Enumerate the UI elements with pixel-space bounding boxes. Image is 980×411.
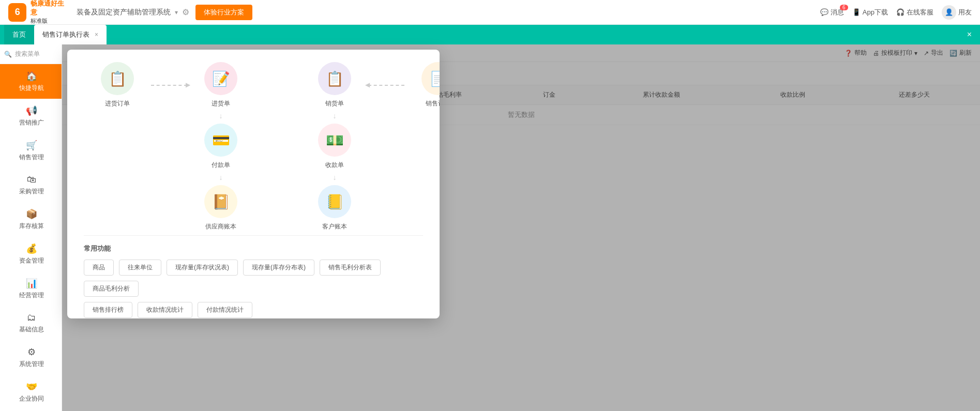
customer-ledger-label: 客户账本	[322, 222, 347, 231]
receipt-bill-label: 收款单	[325, 161, 344, 170]
popup-overlay: 📋 进货订单 ▶ 📝 进货单	[62, 44, 980, 411]
flow-node-customer-ledger[interactable]: 📒 客户账本	[318, 185, 351, 231]
purchase-bill-label: 进货单	[212, 99, 230, 108]
sidebar-item-marketing[interactable]: 📢 营销推广	[0, 99, 62, 133]
trial-button[interactable]: 体验行业方案	[195, 5, 252, 20]
message-icon: 💬	[820, 8, 828, 16]
arrow-sale-order-to-bill: ◀	[368, 85, 404, 86]
gear-icon[interactable]: ⚙	[182, 7, 189, 17]
system-dropdown-icon[interactable]: ▾	[175, 9, 178, 16]
logo-icon: 6	[8, 3, 26, 22]
sale-bill-circle: 📋	[318, 62, 351, 95]
sale-bill-label: 销货单	[325, 99, 344, 108]
supplier-ledger-label: 供应商账本	[205, 222, 236, 231]
logo-text: 畅康通好生意 标准版	[31, 0, 70, 25]
sidebar-item-sales[interactable]: 🛒 销售管理	[0, 133, 62, 168]
flow-node-supplier-ledger[interactable]: 📔 供应商账本	[204, 185, 237, 231]
tab-sales-order-execution[interactable]: 销售订单执行表 ×	[34, 25, 107, 44]
common-functions: 常用功能 商品 往来单位 现存量(库存状况表) 现存量(库存分布表) 销售毛利分…	[84, 235, 423, 318]
sidebar-item-quick-nav[interactable]: 🏠 快捷导航	[0, 64, 62, 99]
sidebar-item-collab[interactable]: 🤝 企业协同	[0, 375, 62, 409]
sidebar-item-finance[interactable]: 💰 资金管理	[0, 237, 62, 271]
func-btn-goods-profit[interactable]: 商品毛利分析	[84, 281, 139, 297]
marketing-icon: 📢	[26, 105, 37, 116]
payment-bill-circle: 💳	[204, 124, 237, 157]
flow-node-purchase-order[interactable]: 📋 进货订单	[101, 62, 134, 108]
arrow-receipt-bill-down: ↓	[333, 173, 337, 181]
arrow-purchase-order-to-bill: ▶	[151, 85, 187, 86]
flow-node-payment-bill[interactable]: 💳 付款单	[204, 124, 237, 170]
main-layout: 🔍 搜索菜单 🏠 快捷导航 📢 营销推广 🛒 销售管理 🛍 采购管理 📦 库存核…	[0, 44, 980, 411]
nav-tabs: 首页 销售订单执行表 × ×	[0, 25, 980, 44]
arrow-purchase-bill-down: ↓	[219, 112, 223, 120]
flow-node-purchase-bill[interactable]: 📝 进货单	[204, 62, 237, 108]
flow-node-sale-bill[interactable]: 📋 销货单	[318, 62, 351, 108]
supplier-ledger-circle: 📔	[204, 185, 237, 218]
operations-icon: 📊	[26, 278, 37, 289]
common-title: 常用功能	[84, 244, 423, 253]
finance-icon: 💰	[26, 243, 37, 254]
sidebar-item-inventory[interactable]: 📦 库存核算	[0, 202, 62, 237]
func-btn-receipt-stats[interactable]: 收款情况统计	[138, 302, 192, 318]
close-all-tabs-button[interactable]: ×	[963, 30, 976, 39]
func-btn-partner[interactable]: 往来单位	[119, 260, 161, 276]
sidebar-item-basics[interactable]: 🗂 基础信息	[0, 306, 62, 340]
flow-popup: 📋 进货订单 ▶ 📝 进货单	[67, 50, 440, 318]
top-header: 6 畅康通好生意 标准版 装备及固定资产辅助管理系统 ▾ ⚙ 体验行业方案 💬 …	[0, 0, 980, 25]
system-title: 装备及固定资产辅助管理系统	[77, 8, 171, 17]
payment-bill-label: 付款单	[212, 161, 230, 170]
func-btn-goods[interactable]: 商品	[84, 260, 114, 276]
system-title-wrap: 装备及固定资产辅助管理系统 ▾ ⚙	[77, 7, 189, 17]
sale-order-circle: 📄	[421, 62, 440, 95]
download-icon: 📱	[852, 8, 861, 16]
func-btn-sales-profit[interactable]: 销售毛利分析表	[320, 260, 381, 276]
message-badge: 6	[840, 5, 848, 10]
flow-node-sale-order[interactable]: 📄 销售订单	[421, 62, 440, 108]
collab-icon: 🤝	[26, 381, 37, 392]
service-icon: 🎧	[896, 8, 904, 16]
arrow-sale-bill-down: ↓	[333, 112, 337, 120]
sidebar-item-operations[interactable]: 📊 经营管理	[0, 271, 62, 306]
inventory-icon: 📦	[26, 208, 37, 220]
sidebar-item-system[interactable]: ⚙ 系统管理	[0, 340, 62, 375]
func-row-1: 商品 往来单位 现存量(库存状况表) 现存量(库存分布表) 销售毛利分析表 商品…	[84, 260, 423, 297]
system-icon: ⚙	[27, 346, 36, 358]
func-row-2: 销售排行榜 收款情况统计 付款情况统计	[84, 302, 423, 318]
popup-inner: 📋 进货订单 ▶ 📝 进货单	[67, 50, 440, 318]
sidebar: 🔍 搜索菜单 🏠 快捷导航 📢 营销推广 🛒 销售管理 🛍 采购管理 📦 库存核…	[0, 44, 62, 411]
purchase-bill-circle: 📝	[204, 62, 237, 95]
search-icon: 🔍	[4, 51, 12, 58]
func-btn-stock-status[interactable]: 现存量(库存状况表)	[167, 260, 238, 276]
tab-home[interactable]: 首页	[4, 25, 34, 44]
header-right: 💬 消息 6 📱 App下载 🎧 在线客服 👤 用友	[820, 5, 972, 20]
app-download-button[interactable]: 📱 App下载	[852, 8, 888, 17]
online-service-button[interactable]: 🎧 在线客服	[896, 8, 933, 17]
message-button[interactable]: 💬 消息 6	[820, 8, 844, 17]
purchase-order-circle: 📋	[101, 62, 134, 95]
func-btn-payment-stats[interactable]: 付款情况统计	[198, 302, 252, 318]
purchase-order-label: 进货订单	[105, 99, 130, 108]
home-icon: 🏠	[26, 70, 37, 82]
customer-ledger-circle: 📒	[318, 185, 351, 218]
flow-node-receipt-bill[interactable]: 💵 收款单	[318, 124, 351, 170]
receipt-bill-circle: 💵	[318, 124, 351, 157]
user-menu[interactable]: 👤 用友	[942, 5, 972, 20]
arrow-payment-bill-down: ↓	[219, 173, 223, 181]
user-avatar: 👤	[942, 5, 956, 20]
basics-icon: 🗂	[27, 312, 36, 323]
sidebar-search[interactable]: 🔍 搜索菜单	[0, 44, 62, 64]
sales-icon: 🛒	[26, 140, 37, 151]
logo-area: 6 畅康通好生意 标准版	[8, 0, 70, 25]
purchase-icon: 🛍	[27, 174, 36, 185]
sale-order-label: 销售订单	[426, 99, 440, 108]
func-btn-sales-rank[interactable]: 销售排行榜	[84, 302, 132, 318]
sidebar-item-purchase[interactable]: 🛍 采购管理	[0, 168, 62, 202]
content-area: ❓ 帮助 🖨 按模板打印 ▾ ↗ 导出 🔄 刷新	[62, 44, 980, 411]
tab-close-icon[interactable]: ×	[95, 31, 98, 38]
func-btn-stock-dist[interactable]: 现存量(库存分布表)	[243, 260, 314, 276]
